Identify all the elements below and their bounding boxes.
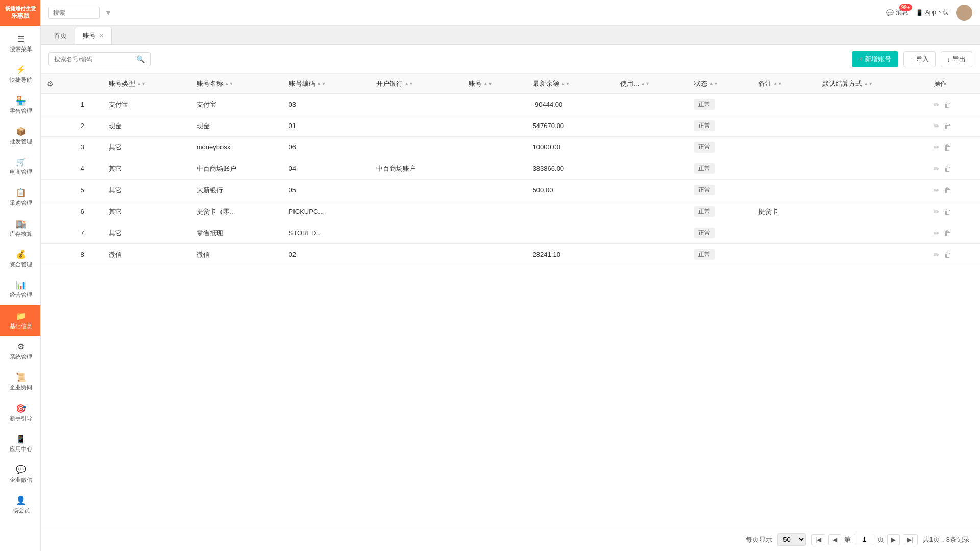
sidebar-label-app-center: 应用中心 xyxy=(10,445,32,453)
col-type[interactable]: 账号类型▲▼ xyxy=(103,74,190,94)
delete-button-7[interactable]: 🗑 xyxy=(944,251,951,259)
row-remark-3 xyxy=(752,158,817,180)
row-usage-5 xyxy=(614,201,688,222)
col-account-no[interactable]: 账号▲▼ xyxy=(462,74,527,94)
row-actions-1: ✏ 🗑 xyxy=(927,115,980,137)
row-settle-5 xyxy=(816,201,927,222)
delete-button-1[interactable]: 🗑 xyxy=(944,122,951,130)
edit-button-1[interactable]: ✏ xyxy=(934,122,940,130)
export-button[interactable]: ↓ 导出 xyxy=(941,51,973,67)
row-status-0: 正常 xyxy=(688,94,752,115)
prev-page-button[interactable]: ◀ xyxy=(828,534,841,545)
edit-button-6[interactable]: ✏ xyxy=(934,229,940,237)
sidebar-item-inventory[interactable]: 🏬 库存核算 xyxy=(0,213,40,243)
first-page-button[interactable]: |◀ xyxy=(811,534,825,545)
row-name-4: 大新银行 xyxy=(190,180,283,201)
sidebar-label-purchase: 采购管理 xyxy=(10,199,32,206)
topbar-right: 💬 消息 99+ 📱 App下载 xyxy=(886,5,972,21)
basic-info-icon: 📁 xyxy=(16,311,26,321)
sidebar-item-corp-agreement[interactable]: 📜 企业协同 xyxy=(0,366,40,397)
col-default-settle[interactable]: 默认结算方式▲▼ xyxy=(816,74,927,94)
sidebar-item-wholesale[interactable]: 📦 批发管理 xyxy=(0,120,40,151)
col-status[interactable]: 状态▲▼ xyxy=(688,74,752,94)
topbar-search-input[interactable] xyxy=(48,7,100,19)
status-badge-4: 正常 xyxy=(694,185,715,195)
row-usage-7 xyxy=(614,244,688,265)
import-label: 导入 xyxy=(916,55,929,64)
action-buttons-2: ✏ 🗑 xyxy=(934,143,974,152)
row-name-3: 中百商场账户 xyxy=(190,158,283,180)
sort-icon-name: ▲▼ xyxy=(225,82,234,86)
row-bank-1 xyxy=(370,115,462,137)
topbar-dropdown-icon[interactable]: ▼ xyxy=(105,9,112,17)
row-settings-1 xyxy=(41,115,75,137)
edit-button-7[interactable]: ✏ xyxy=(934,251,940,259)
sidebar-label-corp-wechat: 企业微信 xyxy=(10,476,32,483)
export-icon: ↓ xyxy=(947,56,951,63)
message-button[interactable]: 💬 消息 99+ xyxy=(886,8,908,17)
quick-nav-icon: ⚡ xyxy=(16,65,26,74)
sidebar-item-finance[interactable]: 💰 资金管理 xyxy=(0,243,40,274)
col-balance[interactable]: 最新余额▲▼ xyxy=(527,74,615,94)
new-guide-icon: 🎯 xyxy=(16,404,26,413)
sidebar-label-finance: 资金管理 xyxy=(10,261,32,268)
delete-button-5[interactable]: 🗑 xyxy=(944,208,951,216)
col-index xyxy=(75,74,103,94)
edit-button-3[interactable]: ✏ xyxy=(934,165,940,173)
delete-button-3[interactable]: 🗑 xyxy=(944,165,951,173)
col-remark[interactable]: 备注▲▼ xyxy=(752,74,817,94)
sidebar-item-purchase[interactable]: 📋 采购管理 xyxy=(0,182,40,212)
sidebar-item-member[interactable]: 👤 畅会员 xyxy=(0,489,40,520)
row-usage-6 xyxy=(614,222,688,244)
last-page-button[interactable]: ▶| xyxy=(903,534,917,545)
delete-button-2[interactable]: 🗑 xyxy=(944,143,951,152)
col-code[interactable]: 账号编码▲▼ xyxy=(283,74,371,94)
sort-icon-status: ▲▼ xyxy=(709,82,718,86)
edit-button-4[interactable]: ✏ xyxy=(934,186,940,194)
sidebar-item-new-guide[interactable]: 🎯 新手引导 xyxy=(0,397,40,428)
col-usage[interactable]: 使用...▲▼ xyxy=(614,74,688,94)
delete-button-4[interactable]: 🗑 xyxy=(944,186,951,194)
sidebar-item-quick-nav[interactable]: ⚡ 快捷导航 xyxy=(0,59,40,89)
delete-button-0[interactable]: 🗑 xyxy=(944,101,951,109)
tab-close-account[interactable]: ✕ xyxy=(99,33,104,39)
page-input[interactable] xyxy=(854,534,874,545)
row-index-4: 5 xyxy=(75,180,103,201)
tab-home[interactable]: 首页 xyxy=(46,27,75,44)
page-label: 第 xyxy=(844,535,851,544)
edit-button-2[interactable]: ✏ xyxy=(934,143,940,152)
next-page-button[interactable]: ▶ xyxy=(887,534,900,545)
row-actions-4: ✏ 🗑 xyxy=(927,180,980,201)
sort-icon-settle: ▲▼ xyxy=(864,82,873,86)
table-row: 8 微信 微信 02 28241.10 正常 ✏ 🗑 xyxy=(41,244,980,265)
sidebar-item-retail[interactable]: 🏪 零售管理 xyxy=(0,90,40,120)
sidebar-item-basic-info[interactable]: 📁 基础信息 xyxy=(0,305,40,336)
user-avatar[interactable] xyxy=(956,5,972,21)
table-header-row: ⚙ 账号类型▲▼ 账号名称▲▼ 账号编码▲▼ 开户银行▲▼ 账号▲▼ 最新余额▲… xyxy=(41,74,980,94)
sidebar-item-operations[interactable]: 📊 经营管理 xyxy=(0,274,40,305)
search-input[interactable] xyxy=(54,56,133,63)
sidebar-item-ecommerce[interactable]: 🛒 电商管理 xyxy=(0,151,40,182)
row-settings-0 xyxy=(41,94,75,115)
app-download-button[interactable]: 📱 App下载 xyxy=(916,8,948,17)
col-name[interactable]: 账号名称▲▼ xyxy=(190,74,283,94)
import-button[interactable]: ↑ 导入 xyxy=(903,51,936,67)
action-buttons-0: ✏ 🗑 xyxy=(934,101,974,109)
col-settings[interactable]: ⚙ xyxy=(41,74,75,94)
delete-button-6[interactable]: 🗑 xyxy=(944,229,951,237)
tab-account[interactable]: 账号✕ xyxy=(75,27,112,44)
app-label: App下载 xyxy=(925,8,948,17)
row-remark-7 xyxy=(752,244,817,265)
page-size-select[interactable]: 50 100 xyxy=(777,533,806,546)
sidebar-item-search[interactable]: ☰ 搜索菜单 xyxy=(0,28,40,59)
row-settle-6 xyxy=(816,222,927,244)
sidebar-item-system[interactable]: ⚙ 系统管理 xyxy=(0,336,40,366)
sidebar-item-app-center[interactable]: 📱 应用中心 xyxy=(0,428,40,459)
col-bank[interactable]: 开户银行▲▼ xyxy=(370,74,462,94)
edit-button-0[interactable]: ✏ xyxy=(934,101,940,109)
main-area: ▼ 💬 消息 99+ 📱 App下载 首页账号✕ 🔍 + 新增账号 xyxy=(41,0,980,551)
edit-button-5[interactable]: ✏ xyxy=(934,208,940,216)
sidebar-item-corp-wechat[interactable]: 💬 企业微信 xyxy=(0,459,40,489)
add-account-button[interactable]: + 新增账号 xyxy=(852,51,898,67)
row-name-7: 微信 xyxy=(190,244,283,265)
